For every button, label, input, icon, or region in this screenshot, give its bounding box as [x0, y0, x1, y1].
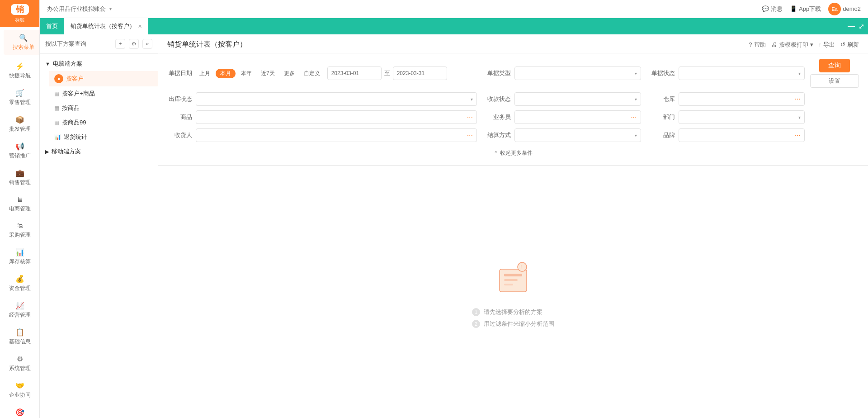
sidebar-item-newbie[interactable]: 🎯 新手引导 [0, 404, 39, 418]
tab-sales-stat[interactable]: 销货单统计表（按客户） ✕ [64, 18, 148, 34]
collapse-panel-btn[interactable]: « [142, 39, 152, 49]
date-to-input[interactable]: 2023-03-31 [393, 66, 447, 80]
staff-dots-icon[interactable]: ··· [631, 113, 637, 121]
sidebar-marketing-label: 营销推广 [9, 152, 31, 160]
sidebar-item-quicknav[interactable]: ⚡ 快捷导航 [0, 57, 39, 84]
tree-parent-mobile[interactable]: ▶ 移动端方案 [40, 144, 158, 159]
setting-button[interactable]: 设置 [810, 74, 859, 88]
add-scheme-btn[interactable]: + [115, 39, 125, 49]
receiver-dots-icon[interactable]: ··· [467, 131, 473, 139]
product-dots-icon[interactable]: ··· [467, 113, 473, 121]
tree-item-by-customer-product[interactable]: ▦ 按客户+商品 [49, 86, 158, 101]
message-btn[interactable]: 💬 消息 [762, 5, 783, 13]
sidebar-wholesale-label: 批发管理 [9, 125, 31, 133]
payment-chevron-icon: ▾ [635, 133, 637, 138]
shortcut-last-month[interactable]: 上月 [196, 69, 214, 78]
sidebar-item-sales[interactable]: 💼 销售管理 [0, 164, 39, 191]
pay-status-chevron-icon: ▾ [635, 97, 637, 102]
sidebar-item-operations[interactable]: 📈 经营管理 [0, 297, 39, 323]
product-label: 商品 [167, 113, 192, 121]
left-panel-header: 按以下方案查询 + ⚙ « [40, 34, 158, 54]
payment-select[interactable]: ▾ [514, 128, 641, 142]
sidebar-item-inventory[interactable]: 📊 库存核算 [0, 243, 39, 270]
topbar-left: 办公用品行业模拟账套 ▾ [47, 5, 112, 13]
sidebar-item-finance[interactable]: 💰 资金管理 [0, 270, 39, 297]
dept-select[interactable]: ▾ [679, 110, 805, 124]
collapse-btn[interactable]: ⌃ 收起更多条件 [167, 147, 859, 160]
topbar-dropdown-icon[interactable]: ▾ [109, 6, 112, 11]
page-header: 销货单统计表（按客户） ? 帮助 🖨 按模板打印 ▾ ↑ 导出 [158, 34, 868, 53]
date-from-input[interactable]: 2023-03-01 [327, 66, 382, 80]
help-btn[interactable]: ? 帮助 [749, 41, 765, 49]
filter-type: 单据类型 ▾ [486, 66, 641, 80]
tree-item-by-product[interactable]: ▦ 按商品 [49, 101, 158, 115]
product-input[interactable]: ··· [196, 110, 477, 124]
topbar-title: 办公用品行业模拟账套 [47, 5, 106, 13]
receiver-input[interactable]: ··· [196, 128, 477, 142]
sidebar-item-retail[interactable]: 🛒 零售管理 [0, 84, 39, 111]
warehouse-input[interactable]: ··· [679, 92, 805, 106]
tab-close-icon[interactable]: ✕ [138, 24, 142, 29]
sidebar-item-marketing[interactable]: 📢 营销推广 [0, 138, 39, 164]
user-area[interactable]: Ea demo2 [828, 3, 861, 15]
out-status-select[interactable]: ▾ [196, 92, 477, 106]
filter-staff: 业务员 ··· [486, 110, 641, 124]
template-print-label: 按模板打印 [779, 41, 808, 49]
sidebar-item-wholesale[interactable]: 📦 批发管理 [0, 111, 39, 138]
filter-receiver: 收货人 ··· [167, 128, 477, 142]
tab-home[interactable]: 首页 [40, 18, 64, 34]
sidebar-item-search[interactable]: 🔍 搜索菜单 [4, 30, 40, 55]
query-button[interactable]: 查询 [819, 59, 850, 72]
search-icon: 🔍 [19, 33, 28, 42]
filter-row-1: 单据日期 上月 本月 本年 近7天 更多 自定义 2023-03-01 [167, 59, 859, 88]
warehouse-dots-icon[interactable]: ··· [795, 95, 801, 103]
staff-input[interactable]: ··· [514, 110, 641, 124]
tree-parent-desktop[interactable]: ▼ 电脑端方案 [40, 57, 158, 71]
tab-expand-btn[interactable]: ⤢ [859, 22, 864, 31]
refresh-btn[interactable]: ↺ 刷新 [840, 41, 859, 49]
hint-num-1: 1 [472, 308, 480, 316]
template-print-btn[interactable]: 🖨 按模板打印 ▾ [771, 41, 813, 49]
tree-item-by-product-99[interactable]: ▦ 按商品99 [49, 115, 158, 130]
out-status-label: 出库状态 [167, 95, 192, 103]
message-label: 消息 [771, 5, 783, 13]
tree-item-by-customer-product-label: 按客户+商品 [62, 90, 95, 98]
empty-hints: 1 请先选择要分析的方案 2 用过滤条件来缩小分析范围 [472, 308, 554, 328]
shortcut-this-month[interactable]: 本月 [216, 69, 236, 78]
filter-payment: 结算方式 ▾ [486, 128, 641, 142]
sidebar-item-system[interactable]: ⚙ 系统管理 [0, 350, 39, 377]
tab-minimize-btn[interactable]: — [848, 22, 855, 30]
export-btn[interactable]: ↑ 导出 [819, 41, 835, 49]
filter-warehouse: 仓库 ··· [650, 92, 805, 106]
sidebar-item-basic[interactable]: 📋 基础信息 [0, 323, 39, 350]
status-label: 单据状态 [650, 69, 675, 77]
staff-label: 业务员 [486, 113, 511, 121]
type-select[interactable]: ▾ [514, 66, 641, 80]
user-avatar: Ea [828, 3, 841, 15]
sidebar-item-purchase[interactable]: 🛍 采购管理 [0, 217, 39, 243]
print-chevron-icon: ▾ [810, 41, 813, 48]
brand-input[interactable]: ··· [679, 128, 805, 142]
sidebar-item-ecommerce[interactable]: 🖥 电商管理 [0, 191, 39, 217]
export-label: 导出 [823, 41, 835, 49]
config-scheme-btn[interactable]: ⚙ [129, 39, 139, 49]
shortcut-more[interactable]: 更多 [280, 69, 298, 78]
sidebar-item-enterprise[interactable]: 🤝 企业协同 [0, 377, 39, 404]
shortcut-custom[interactable]: 自定义 [300, 69, 324, 78]
sidebar-nav: 🔍 搜索菜单 ⚡ 快捷导航 🛒 零售管理 📦 批发管理 📢 营销推广 💼 销售管… [0, 27, 39, 418]
date-separator: 至 [384, 69, 390, 77]
warehouse-label: 仓库 [650, 95, 675, 103]
shortcut-7days[interactable]: 近7天 [257, 69, 278, 78]
status-select[interactable]: ▾ [679, 66, 805, 80]
brand-dots-icon[interactable]: ··· [795, 131, 801, 139]
enterprise-icon: 🤝 [15, 381, 24, 390]
tree-item-return-stat[interactable]: 📊 退货统计 [49, 130, 158, 144]
tree-item-by-product-label: 按商品 [62, 104, 80, 112]
tree-item-by-customer[interactable]: ● 按客户 [49, 71, 158, 86]
shortcut-this-year[interactable]: 本年 [237, 69, 255, 78]
app-download-btn[interactable]: 📱 App下载 [790, 5, 821, 13]
sidebar-retail-label: 零售管理 [9, 99, 31, 106]
pay-status-select[interactable]: ▾ [514, 92, 641, 106]
date-shortcuts: 上月 本月 本年 近7天 更多 自定义 [196, 69, 324, 78]
brand-label: 品牌 [650, 131, 675, 139]
